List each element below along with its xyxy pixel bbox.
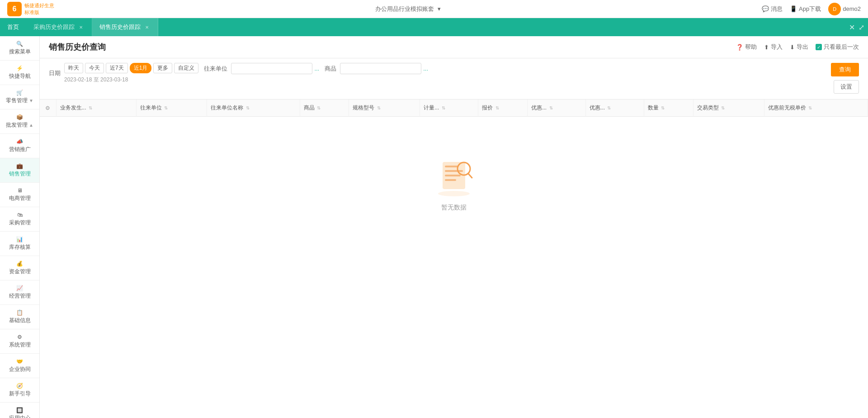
th-partner-name[interactable]: 往来单位名称 ⇅ [207,100,300,117]
svg-point-0 [438,191,470,196]
message-button[interactable]: 💬 消息 [762,5,783,13]
empty-state: 暂无数据 [40,117,868,248]
th-partner-code[interactable]: 往来单位 ⇅ [136,100,207,117]
app-download-button[interactable]: 📱 App下载 [790,5,821,13]
sidebar-item-finance[interactable]: 💰 资金管理 [0,256,39,280]
sidebar-item-sales[interactable]: 💼 销售管理 [0,158,39,183]
help-icon: ❓ [736,44,743,51]
date-btn-yesterday[interactable]: 昨天 [64,63,83,73]
help-button[interactable]: ❓ 帮助 [736,43,757,51]
tab-purchase[interactable]: 采购历史价跟踪 ✕ [26,18,92,36]
page-header: 销售历史价查询 ❓ 帮助 ⬆ 导入 ⬇ 导出 ✓ 只看最后一次 [40,36,868,58]
svg-point-8 [460,165,465,170]
sidebar-item-shortcut[interactable]: ⚡ 快捷导航 [0,61,39,85]
sidebar-item-enterprise[interactable]: 🤝 企业协同 [0,354,39,378]
checkbox-checked-icon: ✓ [816,44,822,50]
main-layout: 🔍 搜索菜单 ⚡ 快捷导航 🛒 零售管理 ▼ 📦 批发管理 ▲ 📣 营销推广 [0,36,868,418]
th-quote[interactable]: 报价 ⇅ [478,100,528,117]
sidebar-item-inventory[interactable]: 📊 库存核算 [0,232,39,256]
shortcut-icon: ⚡ [16,65,23,71]
th-quantity[interactable]: 数量 ⇅ [644,100,693,117]
svg-rect-2 [445,166,458,167]
th-discount2[interactable]: 优惠... ⇅ [586,100,644,117]
date-btn-7days[interactable]: 近7天 [106,63,128,73]
tab-sales[interactable]: 销售历史价跟踪 ✕ [92,18,158,36]
marketing-icon: 📣 [16,138,23,145]
export-icon: ⬇ [790,44,795,51]
sidebar: 🔍 搜索菜单 ⚡ 快捷导航 🛒 零售管理 ▼ 📦 批发管理 ▲ 📣 营销推广 [0,36,40,418]
topbar-left: 6 畅捷通好生意 标准版 [7,2,54,16]
tab-home[interactable]: 首页 [0,18,26,36]
svg-rect-3 [445,170,463,172]
message-icon: 💬 [762,5,769,12]
sales-icon: 💼 [16,163,23,169]
topbar-right: 💬 消息 📱 App下载 D demo2 [762,3,861,15]
svg-rect-5 [445,179,456,181]
tabbar: 首页 采购历史价跟踪 ✕ 销售历史价跟踪 ✕ ✕ ⤢ [0,18,868,36]
th-biz-date[interactable]: 业务发生... ⇅ [56,100,136,117]
avatar: D [828,3,841,15]
table-header-row: ⚙ 业务发生... ⇅ 往来单位 ⇅ 往来单位名称 ⇅ [40,100,868,117]
sidebar-item-retail[interactable]: 🛒 零售管理 ▼ [0,85,39,109]
maximize-button[interactable]: ⤢ [859,23,864,32]
filter-row: 日期 昨天 今天 近7天 近1月 更多 自定义 2023-02-18 至 202… [49,63,822,84]
import-button[interactable]: ⬆ 导入 [764,43,783,51]
svg-line-7 [468,174,472,178]
sort-arrows-discount2: ⇅ [607,105,611,110]
settings-button[interactable]: 设置 [834,80,859,94]
query-button[interactable]: 查询 [831,63,859,76]
th-unit[interactable]: 计量... ⇅ [420,100,478,117]
partner-input-group: ... [231,63,319,74]
date-filter-controls: 昨天 今天 近7天 近1月 更多 自定义 2023-02-18 至 2023-0… [64,63,198,84]
goods-ellipsis-button[interactable]: ... [423,65,428,72]
table-area: ⚙ 业务发生... ⇅ 往来单位 ⇅ 往来单位名称 ⇅ [40,100,868,418]
close-window-button[interactable]: ✕ [849,23,855,32]
th-discount1[interactable]: 优惠... ⇅ [528,100,586,117]
sidebar-item-ecommerce[interactable]: 🖥 电商管理 [0,183,39,207]
date-btn-today[interactable]: 今天 [85,63,104,73]
export-button[interactable]: ⬇ 导出 [790,43,808,51]
sidebar-item-guide[interactable]: 🧭 新手引导 [0,378,39,403]
date-btn-custom[interactable]: 自定义 [174,63,198,73]
sidebar-item-apps[interactable]: 🔲 应用中心 [0,403,39,418]
svg-rect-4 [445,175,461,176]
filter-actions: 查询 设置 [831,63,859,94]
empty-illustration [431,153,476,198]
sidebar-item-basic[interactable]: 📋 基础信息 [0,305,39,329]
th-goods[interactable]: 商品 ⇅ [300,100,349,117]
partner-input[interactable] [231,63,312,74]
partner-ellipsis-button[interactable]: ... [314,65,319,72]
user-menu[interactable]: D demo2 [828,3,861,15]
system-icon: ⚙ [17,334,22,340]
date-btn-more[interactable]: 更多 [153,63,172,73]
goods-input[interactable] [340,63,421,74]
wholesale-icon: 📦 [16,114,23,120]
sidebar-item-operations[interactable]: 📈 经营管理 [0,280,39,305]
tab-sales-close-icon[interactable]: ✕ [143,24,151,31]
th-trade-type[interactable]: 交易类型 ⇅ [693,100,764,117]
sort-arrows-quantity: ⇅ [661,105,665,110]
th-spec[interactable]: 规格型号 ⇅ [349,100,420,117]
app-selector-label[interactable]: 办公用品行业模拟账套 [375,5,434,13]
sort-arrows-quote: ⇅ [495,105,499,110]
sidebar-item-marketing[interactable]: 📣 营销推广 [0,134,39,158]
empty-text: 暂无数据 [441,204,467,212]
logo-icon: 6 [7,2,22,16]
sort-arrows-pretax-price: ⇅ [808,105,812,110]
content-area: 销售历史价查询 ❓ 帮助 ⬆ 导入 ⬇ 导出 ✓ 只看最后一次 [40,36,868,418]
chevron-down-icon: ▾ [438,5,441,12]
date-btn-1month[interactable]: 近1月 [130,63,152,73]
sidebar-item-purchase[interactable]: 🛍 采购管理 [0,207,39,232]
sidebar-item-wholesale[interactable]: 📦 批发管理 ▲ [0,109,39,134]
logo-area: 6 畅捷通好生意 标准版 [7,2,54,16]
chevron-down-icon: ▼ [29,98,33,103]
sort-arrows-goods: ⇅ [317,105,321,110]
date-filter-label: 日期 [49,69,61,77]
only-last-checkbox[interactable]: ✓ 只看最后一次 [816,43,859,51]
sidebar-item-system[interactable]: ⚙ 系统管理 [0,329,39,354]
topbar: 6 畅捷通好生意 标准版 办公用品行业模拟账套 ▾ 💬 消息 📱 App下载 D… [0,0,868,18]
sidebar-item-search[interactable]: 🔍 搜索菜单 [0,36,39,61]
tab-purchase-close-icon[interactable]: ✕ [77,24,85,31]
th-gear[interactable]: ⚙ [40,100,56,117]
th-pretax-price[interactable]: 优惠前无税单价 ⇅ [764,100,868,117]
